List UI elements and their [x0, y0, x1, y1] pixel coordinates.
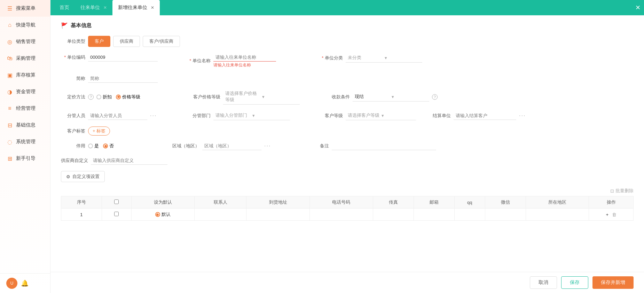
pricing-help-icon[interactable]: ?: [88, 94, 94, 100]
region-more-icon[interactable]: ···: [264, 143, 271, 149]
type-btn-supplier[interactable]: 供应商: [113, 36, 140, 47]
contacts-table: 序号 设为默认 联系人 到货地址 电话号码 传真 邮箱 qq 微信 所在地区 操…: [61, 196, 634, 221]
sidebar-item-sales[interactable]: ◎ 销售管理: [0, 33, 50, 50]
sidebar-item-guide[interactable]: ⊞ 新手引导: [0, 150, 50, 167]
tab-new-partner-close[interactable]: ✕: [151, 5, 154, 10]
customer-level-dropdown[interactable]: 请选择客户等级 ▾: [346, 111, 416, 120]
sidebar-item-inventory[interactable]: ▣ 库存核算: [0, 67, 50, 83]
type-btn-both[interactable]: 客户/供应商: [143, 36, 180, 47]
radio-no[interactable]: 否: [103, 143, 114, 149]
remarks-label: 备注: [305, 143, 329, 149]
save-new-button[interactable]: 保存并新增: [592, 276, 634, 289]
row-no: 1: [61, 209, 102, 221]
supplier-custom-row: 供应商自定义: [61, 156, 634, 165]
tab-new-partner[interactable]: 新增往来单位 ✕: [112, 0, 160, 15]
table-row: 1 默认: [61, 209, 634, 221]
row-default: 默认: [131, 209, 195, 221]
notification-icon[interactable]: 🔔: [21, 279, 29, 287]
manager-row: 分管人员 ··· 分管部门 请输入分管部门 ▾ 客户等级 请选择客户等级 ▾: [61, 111, 634, 120]
department-arrow-icon: ▾: [252, 113, 288, 118]
customer-price-level-label: 客户价格等级: [193, 94, 220, 100]
col-checkbox: [102, 196, 131, 209]
payment-terms-help-icon[interactable]: ?: [432, 94, 438, 100]
row-address: [246, 209, 310, 221]
customer-price-level-field: 客户价格等级 请选择客户价格等级 ▾: [193, 89, 312, 105]
settlement-unit-input[interactable]: [454, 112, 516, 120]
department-dropdown[interactable]: 请输入分管部门 ▾: [213, 111, 290, 120]
unit-code-label: 单位编码: [61, 54, 85, 60]
unit-category-dropdown[interactable]: 未分类 ▾: [346, 53, 422, 63]
row-wechat: [485, 209, 526, 221]
sidebar-item-purchase[interactable]: 🛍 采购管理: [0, 50, 50, 67]
short-name-field: 简称: [61, 74, 172, 83]
unit-type-buttons: 客户 供应商 客户/供应商: [88, 36, 180, 47]
avatar[interactable]: U: [6, 278, 17, 289]
pricing-field: 定价方法 ? 折扣 价格等级: [61, 94, 179, 100]
col-default: 设为默认: [131, 196, 195, 209]
settlement-unit-field: 结算单位 ···: [426, 112, 634, 120]
row-add-icon[interactable]: +: [606, 212, 609, 217]
col-no: 序号: [61, 196, 102, 209]
tab-partners-close[interactable]: ✕: [103, 5, 107, 10]
customer-tag-label: 客户标签: [61, 128, 85, 134]
unit-type-label: 单位类型: [61, 38, 85, 44]
payment-terms-label: 收款条件: [325, 94, 350, 100]
department-label: 分管部门: [186, 113, 211, 119]
supplier-custom-field: 供应商自定义: [61, 156, 634, 165]
payment-terms-dropdown[interactable]: 现结 ▾: [353, 92, 429, 101]
col-action: 操作: [589, 196, 634, 209]
row-checkbox: [102, 209, 131, 221]
sidebar-item-operations[interactable]: ≡ 经营管理: [0, 100, 50, 117]
customer-tag-row: 客户标签 + 标签: [61, 127, 634, 136]
remarks-input[interactable]: [332, 142, 436, 150]
payment-terms-arrow-icon: ▾: [392, 94, 427, 99]
region-input[interactable]: [202, 142, 261, 150]
unit-code-input[interactable]: [88, 53, 158, 62]
inventory-icon: ▣: [6, 72, 13, 79]
sidebar-item-quick-nav[interactable]: ⌂ 快捷导航: [0, 17, 50, 33]
sidebar-item-basic-info[interactable]: ⊟ 基础信息: [0, 117, 50, 133]
settlement-unit-more-icon[interactable]: ···: [519, 113, 526, 119]
row-select-checkbox[interactable]: [114, 212, 119, 216]
tab-home[interactable]: 首页: [54, 0, 75, 15]
add-tag-button[interactable]: + 标签: [88, 127, 110, 136]
col-fax: 传真: [373, 196, 414, 209]
manager-input[interactable]: [88, 112, 147, 120]
save-button[interactable]: 保存: [561, 276, 588, 289]
customer-level-arrow-icon: ▾: [382, 113, 414, 118]
sidebar-item-search[interactable]: ☰ 搜索菜单: [0, 0, 50, 17]
unit-code-field: 单位编码: [61, 53, 172, 62]
tab-bar: 首页 往来单位 ✕ 新增往来单位 ✕ ✕: [50, 0, 644, 15]
radio-price-level[interactable]: 价格等级: [116, 94, 140, 100]
unit-category-field: 单位分类 未分类 ▾: [319, 53, 634, 63]
short-name-input[interactable]: [88, 74, 158, 83]
select-all-checkbox[interactable]: [114, 200, 119, 204]
guide-icon: ⊞: [6, 155, 13, 162]
radio-discount[interactable]: 折扣: [96, 94, 112, 100]
supplier-custom-input[interactable]: [91, 156, 167, 165]
sidebar-item-finance[interactable]: ◑ 资金管理: [0, 83, 50, 100]
row-default-radio: [155, 212, 160, 217]
cancel-button[interactable]: 取消: [530, 276, 557, 289]
row-delete-icon[interactable]: 🗑: [612, 212, 616, 217]
radio-no-circle: [103, 144, 108, 148]
unit-name-input[interactable]: [213, 53, 276, 62]
customer-price-level-dropdown[interactable]: 请选择客户价格等级 ▾: [223, 89, 300, 105]
pricing-row: 定价方法 ? 折扣 价格等级 客户价格等级 请选择客户价格等级: [61, 89, 634, 105]
custom-settings-button[interactable]: ⚙ 自定义项设置: [61, 171, 105, 182]
tab-partners[interactable]: 往来单位 ✕: [75, 0, 112, 15]
unit-name-label: 单位名称: [186, 58, 211, 64]
main-area: 首页 往来单位 ✕ 新增往来单位 ✕ ✕ 🚩 基本信息 单位类型 客户 供应商 …: [50, 0, 644, 293]
col-address: 到货地址: [246, 196, 310, 209]
type-btn-customer[interactable]: 客户: [88, 36, 110, 47]
row-contact: [195, 209, 246, 221]
window-close-button[interactable]: ✕: [635, 4, 641, 11]
radio-yes[interactable]: 是: [88, 143, 99, 149]
manager-field: 分管人员 ···: [61, 112, 172, 120]
batch-delete-button[interactable]: ⊡ 批量删除: [61, 188, 634, 194]
sidebar-item-sys[interactable]: ◌ 系统管理: [0, 133, 50, 150]
manager-more-icon[interactable]: ···: [150, 113, 157, 119]
sales-icon: ◎: [6, 38, 13, 45]
unit-name-field: 单位名称 请输入往来单位名称: [186, 53, 305, 68]
remarks-field: 备注: [305, 142, 634, 150]
